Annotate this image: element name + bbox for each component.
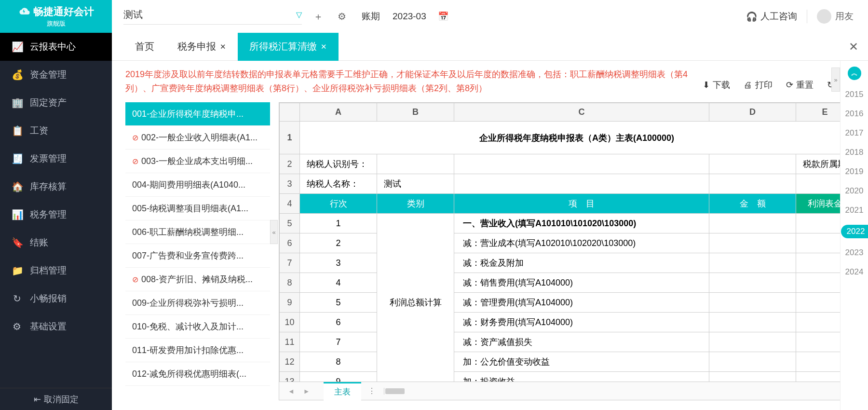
close-all-tabs[interactable]: ✕ — [839, 40, 868, 54]
app-header: 畅捷通好会计 旗舰版 测试 ▽ ＋ ⚙ 账期 2023-03 📅 🎧 人工咨询 … — [0, 0, 868, 33]
divider — [807, 10, 807, 23]
report-list: 001-企业所得税年度纳税申...⊘002-一般企业收入明细表(A1...⊘00… — [125, 102, 270, 400]
item-cell[interactable]: 一、营业收入(填写A101010\101020\103000) — [454, 214, 709, 233]
column-header[interactable]: C — [454, 103, 709, 122]
report-list-item[interactable]: 012-减免所得税优惠明细表(... — [125, 362, 270, 386]
cloud-icon — [18, 6, 31, 17]
item-cell[interactable]: 减：税金及附加 — [454, 253, 709, 273]
report-list-item[interactable]: 005-纳税调整项目明细表(A1... — [125, 197, 270, 220]
sidebar-item[interactable]: 🏢固定资产 — [0, 89, 112, 117]
warning-icon: ⊘ — [132, 275, 138, 284]
view-tab[interactable]: 税务申报✕ — [166, 33, 238, 61]
sheet-tab-main[interactable]: 主表 — [324, 382, 361, 400]
period-value[interactable]: 2023-03 — [393, 11, 426, 22]
report-list-item[interactable]: 011-研发费用加计扣除优惠... — [125, 339, 270, 362]
sidebar-item[interactable]: 🔖结账 — [0, 229, 112, 257]
report-list-item[interactable]: 004-期间费用明细表(A1040... — [125, 173, 270, 197]
item-cell[interactable]: 减：营业成本(填写A102010\102020\103000) — [454, 233, 709, 253]
sidebar-item[interactable]: 📊税务管理 — [0, 201, 112, 229]
report-list-item[interactable]: 010-免税、减计收入及加计... — [125, 315, 270, 339]
report-list-item[interactable]: 006-职工薪酬纳税调整明细... — [125, 220, 270, 244]
sidebar-item[interactable]: 📈云报表中心 — [0, 33, 112, 61]
year-item[interactable]: 2021 — [845, 205, 864, 215]
category-cell: 利润总额计算 — [377, 214, 454, 383]
sidebar-icon: ↻ — [12, 293, 22, 304]
year-item[interactable]: 2024 — [845, 267, 864, 277]
year-item[interactable]: 2015 — [845, 90, 864, 99]
year-item[interactable]: 2017 — [845, 128, 864, 138]
support-link[interactable]: 🎧 人工咨询 — [746, 10, 797, 23]
reset-icon: ⟳ — [786, 80, 793, 90]
report-list-item[interactable]: 007-广告费和业务宣传费跨... — [125, 244, 270, 268]
sidebar-icon: 💰 — [12, 69, 22, 81]
headset-icon: 🎧 — [746, 11, 758, 22]
rail-collapse-icon[interactable]: ︽ — [848, 67, 861, 80]
spreadsheet: ABCDE1企业所得税年度纳税申报表（A类）主表(A100000)2纳税人识别号… — [279, 102, 854, 400]
sidebar-item[interactable]: 🧾发票管理 — [0, 145, 112, 173]
avatar — [817, 9, 831, 24]
view-tabs: 首页税务申报✕所得税汇算清缴✕✕ — [112, 33, 868, 61]
report-list-item[interactable]: ⊘002-一般企业收入明细表(A1... — [125, 126, 270, 150]
sidebar-item[interactable]: 📁归档管理 — [0, 257, 112, 285]
horizontal-scrollbar[interactable] — [384, 388, 844, 395]
sidebar-item[interactable]: ⚙基础设置 — [0, 313, 112, 341]
view-tab[interactable]: 首页 — [123, 33, 166, 61]
warning-notice: 2019年度涉及取以前年度结转数据的申报表单元格需要手工维护正确，才能保证本年及… — [125, 68, 695, 96]
add-icon[interactable]: ＋ — [311, 10, 326, 23]
expand-rail-handle[interactable]: » — [831, 68, 840, 92]
report-list-item[interactable]: ⊘008-资产折旧、摊销及纳税... — [125, 268, 270, 291]
sheet-nav-arrows[interactable]: ◄► — [279, 387, 319, 395]
report-list-item[interactable]: 001-企业所得税年度纳税申... — [125, 102, 270, 126]
column-header[interactable]: D — [709, 103, 796, 122]
company-selector[interactable]: 测试 ▽ — [123, 8, 302, 25]
sidebar-icon: 📋 — [12, 125, 22, 137]
sidebar-icon: 📊 — [12, 209, 22, 220]
sidebar-item[interactable]: 📋工资 — [0, 117, 112, 145]
calendar-icon[interactable]: 📅 — [438, 11, 448, 22]
year-item[interactable]: 2016 — [845, 109, 864, 119]
item-cell[interactable]: 减：财务费用(填写A104000) — [454, 313, 709, 332]
report-list-item[interactable]: ⊘003-一般企业成本支出明细... — [125, 150, 270, 173]
year-item[interactable]: 2022 — [841, 225, 868, 238]
sheet-grid[interactable]: ABCDE1企业所得税年度纳税申报表（A类）主表(A100000)2纳税人识别号… — [279, 102, 854, 382]
reset-button[interactable]: ⟳重置 — [786, 79, 814, 91]
year-item[interactable]: 2018 — [845, 148, 864, 157]
unpin-icon: ⇤ — [34, 394, 41, 405]
view-tab[interactable]: 所得税汇算清缴✕ — [238, 33, 339, 61]
sidebar-icon: 🏠 — [12, 181, 22, 192]
sheet-menu-dots[interactable]: ⋮ — [361, 386, 384, 396]
download-button[interactable]: ⬇下载 — [703, 79, 730, 91]
header-center: 测试 ▽ ＋ ⚙ 账期 2023-03 📅 — [112, 8, 746, 25]
user-menu[interactable]: 用友 — [817, 9, 854, 24]
item-cell[interactable]: 加：投资收益 — [454, 372, 709, 383]
sidebar-item[interactable]: 💰资金管理 — [0, 61, 112, 89]
gear-icon[interactable]: ⚙ — [335, 11, 349, 22]
warning-icon: ⊘ — [132, 157, 138, 166]
column-header[interactable]: B — [377, 103, 454, 122]
sidebar-icon: 📁 — [12, 265, 22, 276]
sidebar-item[interactable]: 🏠库存核算 — [0, 173, 112, 201]
header-right: 🎧 人工咨询 用友 — [746, 9, 868, 24]
warning-icon: ⊘ — [132, 133, 138, 142]
print-button[interactable]: 🖨打印 — [744, 79, 773, 91]
report-list-item[interactable]: 009-企业所得税弥补亏损明... — [125, 291, 270, 315]
download-icon: ⬇ — [703, 80, 710, 90]
period-label: 账期 — [362, 10, 380, 23]
sidebar-unpin[interactable]: ⇤取消固定 — [0, 388, 112, 410]
collapse-list-handle[interactable]: « — [270, 220, 278, 244]
sidebar-icon: 📈 — [12, 41, 22, 53]
sidebar-icon: ⚙ — [12, 321, 22, 332]
close-icon[interactable]: ✕ — [220, 42, 226, 51]
year-item[interactable]: 2019 — [845, 167, 864, 177]
year-item[interactable]: 2023 — [845, 248, 864, 258]
column-header[interactable]: A — [300, 103, 377, 122]
close-icon[interactable]: ✕ — [321, 42, 327, 51]
item-cell[interactable]: 减：销售费用(填写A104000) — [454, 273, 709, 293]
sidebar: 📈云报表中心💰资金管理🏢固定资产📋工资🧾发票管理🏠库存核算📊税务管理🔖结账📁归档… — [0, 33, 112, 410]
year-item[interactable]: 2020 — [845, 186, 864, 196]
item-cell[interactable]: 减：管理费用(填写A104000) — [454, 293, 709, 313]
sheet-footer: ◄► 主表 ⋮ ▸ — [279, 382, 854, 400]
item-cell[interactable]: 减：资产减值损失 — [454, 332, 709, 352]
sidebar-item[interactable]: ↻小畅报销 — [0, 285, 112, 313]
item-cell[interactable]: 加：公允价值变动收益 — [454, 352, 709, 372]
